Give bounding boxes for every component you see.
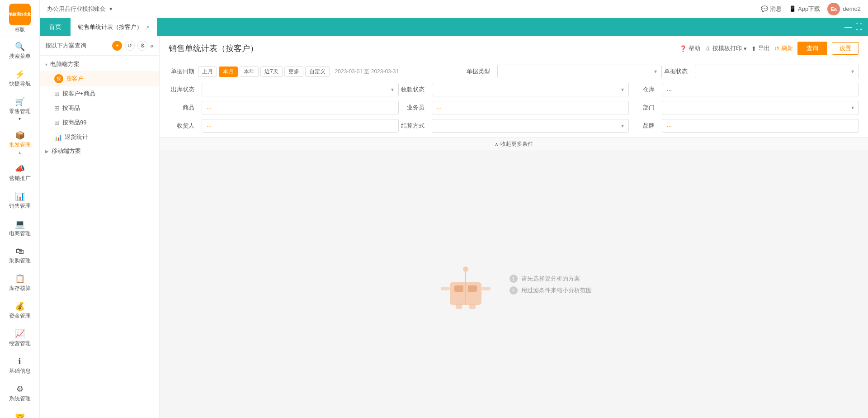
sidebar-item-purchase[interactable]: 🛍 采购管理 (0, 242, 39, 269)
collapse-label: 收起更多条件 (500, 140, 533, 148)
left-panel-actions: + ↺ ⚙ « (112, 41, 154, 51)
help-icon: ❓ (679, 45, 687, 52)
bill-status-chevron-icon: ▾ (851, 68, 854, 75)
filter-brand-col: 品牌 ··· (629, 119, 859, 133)
collapse-up-icon: ∧ (495, 141, 499, 147)
sidebar-item-label-ecom: 电商管理 (9, 230, 31, 238)
out-status-select[interactable]: ▾ (202, 83, 399, 96)
settings-button[interactable]: 设置 (832, 42, 859, 55)
sidebar-item-inventory[interactable]: 📋 库存核算 (0, 269, 39, 297)
tree-item-return-stats[interactable]: 📊 退货统计 (40, 130, 159, 144)
warehouse-label: 仓库 (629, 86, 658, 94)
inventory-icon: 📋 (15, 274, 25, 284)
salesperson-select[interactable]: ··· (432, 101, 629, 114)
product-select[interactable]: ··· (202, 101, 399, 114)
message-button[interactable]: 💬 消息 (761, 5, 782, 13)
sales-icon: 📊 (15, 191, 25, 201)
user-menu[interactable]: Ea demo2 (827, 3, 861, 15)
sidebar-item-business[interactable]: 📈 经营管理 (0, 324, 39, 352)
topbar-left: 办公用品行业模拟账套 ▾ (47, 5, 113, 13)
topbar-dropdown-icon[interactable]: ▾ (109, 5, 113, 12)
sidebar-item-system[interactable]: ⚙ 系统管理 (0, 380, 39, 407)
bill-type-chevron-icon: ▾ (654, 68, 657, 75)
refresh-icon: ↺ (774, 45, 779, 52)
settlement-label: 结算方式 (399, 122, 428, 130)
filter-date-col: 单据日期 上月 本月 本年 近7天 更多 自定义 2023-03-01 至 20… (169, 66, 464, 77)
filter-warehouse-col: 仓库 ··· (629, 83, 859, 96)
date-btn-7days[interactable]: 近7天 (260, 66, 283, 77)
warehouse-select[interactable]: ··· (662, 83, 859, 96)
tab-minimize-button[interactable]: — (844, 23, 852, 31)
date-btn-more[interactable]: 更多 (284, 66, 303, 77)
refresh-scheme-button[interactable]: ↺ (125, 41, 135, 51)
receiver-dots: ··· (207, 123, 212, 129)
date-btn-last-month[interactable]: 上月 (198, 66, 217, 77)
salesperson-dots: ··· (437, 104, 442, 111)
date-buttons: 上月 本月 本年 近7天 更多 自定义 2023-03-01 至 2023-03… (198, 66, 399, 77)
svg-point-5 (463, 266, 468, 272)
export-label: 导出 (758, 44, 770, 52)
print-icon: 🖨 (705, 45, 711, 52)
hint-row-1: 1 请先选择要分析的方案 (509, 275, 580, 283)
topbar-right: 💬 消息 📱 App下载 Ea demo2 (761, 3, 861, 15)
tree-item-return-stats-label: 退货统计 (65, 133, 88, 141)
dept-select[interactable]: ▾ (662, 101, 859, 114)
tree-group-mobile-header[interactable]: ▶ 移动端方案 (40, 144, 159, 158)
sidebar-item-finance[interactable]: 💰 资金管理 (0, 297, 39, 324)
sidebar-item-quick-nav[interactable]: ⚡ 快捷导航 (0, 65, 39, 92)
app-download-button[interactable]: 📱 App下载 (789, 5, 820, 13)
logo: 畅捷通好生意 标版 (0, 0, 39, 37)
refresh-button[interactable]: ↺ 刷新 (774, 44, 793, 52)
tab-close-button[interactable]: × (146, 24, 150, 31)
tabbar: 首页 销售单统计表（按客户） × — ⛶ (40, 18, 868, 36)
query-button[interactable]: 查询 (797, 42, 827, 55)
sidebar-item-wholesale[interactable]: 📦 批发管理 ▴ (0, 126, 39, 159)
bill-status-select[interactable]: ▾ (695, 65, 859, 78)
tab-home[interactable]: 首页 (40, 18, 71, 36)
collapse-bar[interactable]: ∧ 收起更多条件 (160, 137, 868, 151)
help-button[interactable]: ❓ 帮助 (679, 44, 700, 52)
tree-group-desktop-header[interactable]: ▾ 电脑端方案 (40, 57, 159, 71)
filter-salesperson-col: 业务员 ··· (399, 101, 629, 114)
receiver-select[interactable]: ··· (202, 119, 399, 133)
filter-dept-col: 部门 ▾ (629, 101, 859, 114)
tree-item-by-customer[interactable]: 按 按客户 (40, 71, 159, 86)
bill-type-select[interactable]: ▾ (497, 65, 661, 78)
topbar: 办公用品行业模拟账套 ▾ 💬 消息 📱 App下载 Ea demo2 (40, 0, 868, 18)
tree-item-by-customer-product[interactable]: ⊞ 按客户+商品 (40, 86, 159, 101)
add-scheme-button[interactable]: + (112, 41, 122, 51)
sidebar-item-retail[interactable]: 🛒 零售管理 ▾ (0, 92, 39, 126)
collapse-panel-button[interactable]: « (150, 42, 154, 49)
sidebar-item-sales[interactable]: 📊 销售管理 (0, 187, 39, 214)
tab-active[interactable]: 销售单统计表（按客户） × (71, 18, 157, 36)
svg-rect-6 (441, 287, 450, 290)
hint-text-2: 用过滤条件来缩小分析范围 (521, 286, 592, 294)
filter-row-1: 单据日期 上月 本月 本年 近7天 更多 自定义 2023-03-01 至 20… (169, 65, 859, 78)
settlement-select[interactable]: ▾ (432, 119, 629, 133)
out-status-label: 出库状态 (169, 86, 198, 94)
print-button[interactable]: 🖨 按模板打印 ▾ (705, 44, 747, 52)
tab-maximize-button[interactable]: ⛶ (855, 23, 863, 31)
date-btn-custom[interactable]: 自定义 (305, 66, 330, 77)
product-dots: ··· (207, 104, 212, 111)
sidebar-item-enterprise[interactable]: 🤝 企业协同 (0, 407, 39, 418)
sidebar-item-ecom[interactable]: 💻 电商管理 (0, 214, 39, 242)
sidebar: 畅捷通好生意 标版 🔍 搜索菜单 ⚡ 快捷导航 🛒 零售管理 ▾ 📦 批发管理 … (0, 0, 40, 418)
export-button[interactable]: ⬆ 导出 (751, 44, 770, 52)
date-btn-this-year[interactable]: 本年 (240, 66, 259, 77)
tree-item-by-product[interactable]: ⊞ 按商品 (40, 101, 159, 115)
filter-row-4: 收货人 ··· 结算方式 ▾ (169, 119, 859, 133)
date-btn-this-month[interactable]: 本月 (219, 66, 238, 77)
brand-select[interactable]: ··· (662, 119, 859, 133)
sidebar-item-search-menu[interactable]: 🔍 搜索菜单 (0, 37, 39, 65)
tree-item-by-product-99[interactable]: ⊞ 按商品99 (40, 115, 159, 130)
settings-scheme-button[interactable]: ⚙ (137, 41, 147, 51)
filter-settlement-col: 结算方式 ▾ (399, 119, 629, 133)
sidebar-item-marketing[interactable]: 📣 营销推广 (0, 159, 39, 187)
hint-num-1: 1 (509, 275, 518, 283)
logo-icon: 畅捷通好生意 (9, 4, 31, 25)
content-area: 按以下方案查询 + ↺ ⚙ « ▾ 电脑端方案 按 按客户 (40, 36, 868, 418)
collect-status-select[interactable]: ▾ (432, 83, 629, 96)
sidebar-item-basicinfo[interactable]: ℹ 基础信息 (0, 352, 39, 380)
receiver-label: 收货人 (169, 122, 198, 130)
